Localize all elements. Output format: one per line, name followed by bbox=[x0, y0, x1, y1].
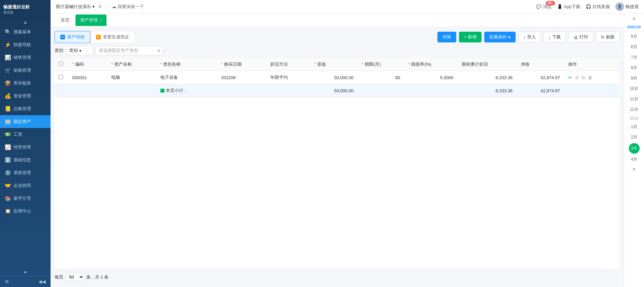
date-month-prev[interactable]: 10月 bbox=[629, 84, 639, 94]
date-sidebar: ▲ 2023.03 5月6月7月8月9月10月11月12月 2023 1月2月3… bbox=[624, 13, 644, 287]
app-download-btn[interactable]: 📱 App下载 bbox=[557, 4, 580, 10]
sidebar-item-新手引导[interactable]: 📚 新手引导 bbox=[0, 192, 51, 205]
subtotal-label-cell: 本页小计： bbox=[156, 84, 217, 97]
subtotal-label: 本页小计： bbox=[166, 88, 188, 94]
tab-asset-label: 资产管理 bbox=[80, 17, 98, 23]
subtotal-empty-7 bbox=[404, 84, 458, 97]
sidebar-icon: 📚 bbox=[5, 195, 11, 201]
tab-asset-management[interactable]: 资产管理 × bbox=[75, 14, 106, 26]
topbar-divider bbox=[107, 4, 107, 9]
message-btn[interactable]: 💬 消息 99+ bbox=[536, 4, 552, 10]
row-purchase-date: 202206 bbox=[217, 71, 266, 84]
delete-icon[interactable]: 🗑 bbox=[588, 75, 592, 81]
print-btn[interactable]: 🖨 打印 bbox=[569, 32, 593, 42]
date-month-curr[interactable]: 3月 bbox=[629, 143, 640, 154]
date-year-2023: 2023 bbox=[630, 115, 638, 122]
sub-tabs: ≡ 资产明细 ✦ 变更生成凭证 bbox=[55, 31, 135, 43]
date-month-prev[interactable]: 11月 bbox=[629, 94, 639, 104]
print-label: 打印 bbox=[579, 34, 588, 40]
settings-icon[interactable]: ⚙ bbox=[5, 279, 9, 284]
topbar-right: 💬 消息 99+ 📱 App下载 🎧 在线客服 👤 畅捷通 bbox=[536, 2, 639, 11]
account-btn[interactable]: 对账 bbox=[437, 32, 456, 42]
duplicate-icon[interactable]: ⧉ bbox=[582, 75, 585, 81]
date-scroll-down[interactable]: ▼ bbox=[631, 166, 638, 173]
date-month-curr[interactable]: 2月 bbox=[629, 132, 640, 142]
customer-service-btn[interactable]: 🎧 在线客服 bbox=[586, 4, 610, 10]
sidebar-item-快捷导航[interactable]: ⚡ 快捷导航 bbox=[0, 38, 51, 51]
row-original-value: 50,000.00 bbox=[310, 71, 358, 84]
sidebar-item-工资[interactable]: 💵 工资 bbox=[0, 128, 51, 141]
row-checkbox-cell[interactable] bbox=[55, 71, 68, 84]
per-page-select[interactable]: 50 100 200 bbox=[65, 273, 84, 281]
app-subtitle: 普及版 bbox=[3, 10, 13, 15]
sidebar-item-企业协同[interactable]: 🤝 企业协同 bbox=[0, 179, 51, 192]
sub-tab-asset-detail[interactable]: ≡ 资产明细 bbox=[55, 31, 90, 43]
tab-close-icon[interactable]: × bbox=[100, 18, 102, 22]
message-badge: 99+ bbox=[546, 1, 555, 5]
date-month-prev[interactable]: 7月 bbox=[629, 52, 639, 63]
sidebar-item-系统管理[interactable]: ⚙️ 系统管理 bbox=[0, 166, 51, 179]
edit-icon[interactable]: ✏ bbox=[568, 75, 572, 81]
date-month-prev[interactable]: 12月 bbox=[629, 104, 639, 115]
col-depreciation-method: 折旧方法 bbox=[266, 58, 310, 71]
headset-icon: 🎧 bbox=[586, 4, 591, 9]
sidebar-item-采购管理[interactable]: 🛒 采购管理 bbox=[0, 64, 51, 77]
collapse-icon[interactable]: ◀◀ bbox=[38, 279, 46, 284]
sidebar-scroll-up[interactable]: ▲ bbox=[0, 19, 51, 26]
col-accumulated: 期初累计折旧 bbox=[458, 58, 517, 71]
select-all-checkbox[interactable] bbox=[59, 62, 63, 66]
sidebar-item-库存核算[interactable]: 📦 库存核算 bbox=[0, 77, 51, 90]
sidebar-item-资金管理[interactable]: 💰 资金管理 bbox=[0, 90, 51, 102]
sidebar-item-搜索菜单[interactable]: 🔍 搜索菜单 bbox=[0, 26, 51, 38]
download-label: 下载 bbox=[552, 34, 561, 40]
customer-service-label: 在线客服 bbox=[592, 4, 610, 10]
sidebar-item-总账管理[interactable]: 📒 总账管理 bbox=[0, 102, 51, 115]
sidebar-item-固定资产[interactable]: 🏢 固定资产 bbox=[0, 115, 51, 128]
username-label: 畅捷通 bbox=[625, 4, 639, 10]
date-month-prev[interactable]: 5月 bbox=[629, 31, 639, 42]
date-month-curr[interactable]: 1月 bbox=[629, 122, 640, 132]
avatar: 👤 bbox=[615, 2, 624, 11]
topbar: 医疗器械行业演示 ▾ ⚙ ☁ 我要体验一下 💬 消息 99+ 📱 App下载 🎧… bbox=[51, 0, 644, 13]
checkbox-header[interactable] bbox=[55, 58, 68, 71]
row-period: 60 bbox=[358, 71, 404, 84]
sidebar-item-label: 工资 bbox=[13, 131, 22, 137]
tab-home[interactable]: 首页 bbox=[56, 14, 74, 26]
category-type-select[interactable]: 类别 ▾ bbox=[66, 46, 93, 55]
sidebar-item-经营管理[interactable]: 📈 经营管理 bbox=[0, 141, 51, 154]
company-selector[interactable]: 医疗器械行业演示 ▾ bbox=[56, 4, 95, 10]
import-label: 导入 bbox=[527, 34, 536, 40]
sidebar-item-label: 系统管理 bbox=[13, 170, 31, 176]
date-month-curr[interactable]: 4月 bbox=[629, 154, 640, 165]
new-btn[interactable]: + 新增 bbox=[459, 32, 482, 42]
import-btn[interactable]: ↑ 导入 bbox=[518, 32, 541, 42]
refresh-btn[interactable]: ↻ 刷新 bbox=[596, 32, 620, 42]
sidebar-scroll-down[interactable]: ▼ bbox=[0, 269, 51, 276]
date-sidebar-header[interactable]: 2023.03 bbox=[624, 23, 644, 31]
row-category: 电子设备 bbox=[156, 71, 217, 84]
sidebar-item-label: 资金管理 bbox=[13, 93, 31, 99]
sidebar-item-label: 应用中心 bbox=[13, 208, 31, 214]
sidebar-item-销售管理[interactable]: 📊 销售管理 bbox=[0, 51, 51, 64]
refresh-icon: ↻ bbox=[601, 35, 605, 40]
gear-settings-icon[interactable]: ⚙ bbox=[98, 4, 102, 9]
sidebar-item-基础信息[interactable]: ℹ️ 基础信息 bbox=[0, 154, 51, 166]
date-month-prev[interactable]: 6月 bbox=[629, 42, 639, 52]
sidebar-item-应用中心[interactable]: 🔲 应用中心 bbox=[0, 205, 51, 218]
experience-btn[interactable]: ☁ 我要体验一下 bbox=[112, 4, 144, 10]
sidebar-icon: ℹ️ bbox=[5, 157, 11, 163]
batch-btn[interactable]: 批量操作 ▾ bbox=[484, 32, 516, 42]
experience-label: 我要体验一下 bbox=[118, 4, 144, 10]
sub-tab-change-voucher[interactable]: ✦ 变更生成凭证 bbox=[90, 31, 135, 43]
sidebar-item-label: 快捷导航 bbox=[13, 42, 31, 48]
row-checkbox[interactable] bbox=[59, 75, 63, 79]
col-code: 编码 bbox=[68, 58, 107, 71]
category-input[interactable]: 请选择固定资产类别 ▾ bbox=[96, 46, 163, 55]
download-btn[interactable]: ↓ 下载 bbox=[544, 32, 566, 42]
main-wrapper: 医疗器械行业演示 ▾ ⚙ ☁ 我要体验一下 💬 消息 99+ 📱 App下载 🎧… bbox=[51, 0, 644, 287]
date-month-prev[interactable]: 8月 bbox=[629, 63, 639, 73]
copy-icon[interactable]: ⊘ bbox=[575, 75, 579, 81]
user-menu[interactable]: 👤 畅捷通 bbox=[615, 2, 639, 11]
date-month-prev[interactable]: 9月 bbox=[629, 73, 639, 84]
date-scroll-up[interactable]: ▲ bbox=[631, 15, 638, 22]
